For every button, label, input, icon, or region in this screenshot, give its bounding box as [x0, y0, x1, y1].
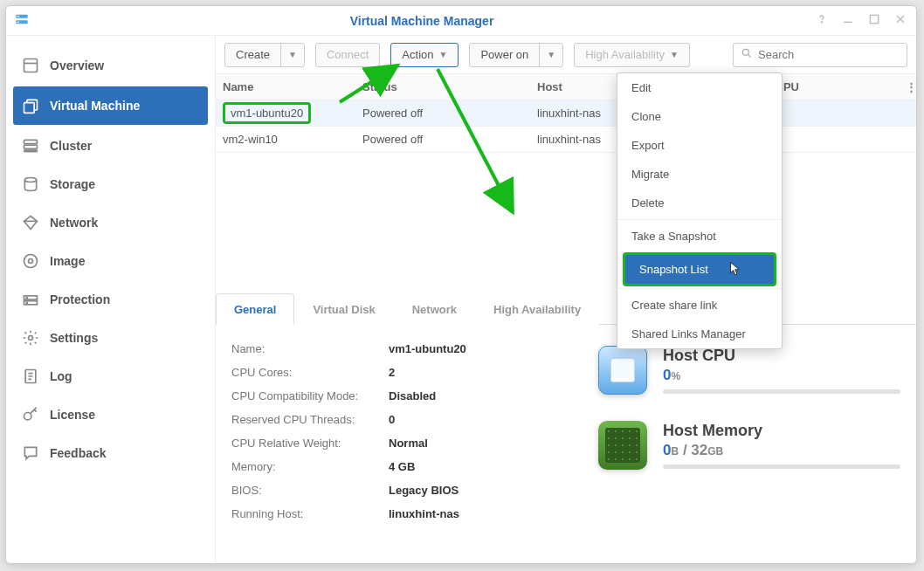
chevron-down-icon[interactable]: ▼	[281, 50, 304, 59]
tab-general[interactable]: General	[216, 293, 294, 325]
help-icon[interactable]	[815, 12, 829, 29]
menu-item-create-share-link[interactable]: Create share link	[617, 291, 782, 320]
maximize-icon[interactable]	[867, 12, 881, 29]
sidebar-item-virtual-machine[interactable]: Virtual Machine	[13, 86, 208, 125]
app-icon	[15, 12, 29, 29]
svg-point-19	[26, 302, 27, 303]
prop-value: 2	[389, 366, 395, 379]
sidebar-item-label: Virtual Machine	[50, 99, 140, 113]
sidebar-item-cluster[interactable]: Cluster	[6, 127, 215, 165]
prop-key: CPU Relative Weight:	[231, 437, 389, 450]
high-availability-button[interactable]: High Availability ▼	[574, 43, 690, 67]
cell-name: vm2-win10	[216, 133, 355, 146]
svg-rect-10	[24, 140, 38, 143]
license-icon	[22, 406, 39, 423]
chevron-down-icon[interactable]: ▼	[540, 50, 562, 59]
menu-item-export[interactable]: Export	[617, 131, 782, 160]
cell-name: vm1-ubuntu20	[216, 102, 355, 124]
close-icon[interactable]	[893, 12, 907, 29]
search-input-wrapper[interactable]	[733, 43, 907, 67]
menu-item-label: Snapshot List	[639, 263, 708, 276]
overview-icon	[22, 57, 39, 74]
prop-value: vm1-ubuntu20	[389, 342, 466, 355]
prop-value: Normal	[389, 437, 428, 450]
sidebar-item-label: Feedback	[50, 446, 107, 460]
action-button[interactable]: Action ▼	[390, 43, 459, 67]
svg-rect-12	[24, 150, 38, 152]
action-button-label: Action	[402, 48, 433, 61]
vm-table: Name Status Host IP Host CPU ⋮ vm1-ubunt…	[216, 74, 916, 153]
col-name[interactable]: Name	[216, 80, 355, 93]
menu-item-delete[interactable]: Delete	[617, 189, 782, 217]
sidebar-item-protection[interactable]: Protection	[6, 280, 215, 319]
col-host[interactable]: Host	[530, 80, 617, 93]
network-icon	[22, 214, 39, 231]
sidebar-item-label: Log	[50, 369, 72, 383]
detail-body: Name:vm1-ubuntu20 CPU Cores:2 CPU Compat…	[216, 325, 916, 526]
settings-icon	[22, 329, 39, 347]
detail-properties: Name:vm1-ubuntu20 CPU Cores:2 CPU Compat…	[231, 337, 581, 526]
search-input[interactable]	[758, 48, 905, 61]
tab-virtual-disk[interactable]: Virtual Disk	[294, 293, 393, 325]
image-icon	[22, 252, 39, 270]
prop-value: 0	[389, 413, 395, 426]
sidebar-item-label: Protection	[50, 292, 110, 306]
metric-bar	[663, 389, 900, 394]
svg-rect-7	[24, 59, 38, 72]
sidebar-item-label: Storage	[50, 177, 95, 191]
power-button[interactable]: Power on ▼	[469, 43, 563, 67]
menu-item-shared-links-manager[interactable]: Shared Links Manager	[617, 320, 782, 348]
sidebar-item-settings[interactable]: Settings	[6, 319, 215, 357]
cell-host: linuxhint-nas	[530, 133, 617, 146]
cell-host: linuxhint-nas	[530, 107, 617, 120]
table-row[interactable]: vm1-ubuntu20 Powered off linuxhint-nas -…	[216, 100, 916, 127]
sidebar-item-feedback[interactable]: Feedback	[6, 434, 215, 472]
sidebar-item-log[interactable]: Log	[6, 357, 215, 396]
sidebar-item-network[interactable]: Network	[6, 203, 215, 242]
vm-icon	[22, 97, 39, 114]
menu-item-migrate[interactable]: Migrate	[617, 160, 782, 189]
sidebar-item-label: Cluster	[50, 139, 92, 153]
protection-icon	[22, 291, 39, 308]
svg-rect-9	[24, 103, 35, 114]
metric-title: Host CPU	[663, 347, 900, 365]
vm-name-highlight: vm1-ubuntu20	[223, 102, 311, 124]
storage-icon	[22, 175, 39, 193]
detail-tabs: General Virtual Disk Network High Availa…	[216, 292, 916, 325]
menu-item-edit[interactable]: Edit	[617, 73, 782, 102]
sidebar-item-overview[interactable]: Overview	[6, 46, 215, 85]
minimize-icon[interactable]	[841, 12, 855, 29]
search-icon	[741, 47, 753, 62]
menu-item-take-snapshot[interactable]: Take a Snapshot	[617, 222, 782, 251]
svg-point-18	[26, 297, 27, 298]
prop-value: 4 GB	[389, 460, 415, 473]
svg-point-22	[24, 413, 31, 420]
sidebar-item-image[interactable]: Image	[6, 242, 215, 280]
svg-point-4	[821, 22, 822, 23]
tab-high-availability[interactable]: High Availability	[475, 293, 599, 325]
menu-separator	[617, 288, 782, 289]
window-title: Virtual Machine Manager	[29, 14, 815, 28]
titlebar: Virtual Machine Manager	[6, 6, 916, 36]
sidebar-item-label: Settings	[50, 331, 98, 345]
tab-network[interactable]: Network	[394, 293, 475, 325]
host-memory-metric: Host Memory 0B / 32GB	[598, 421, 900, 470]
col-status[interactable]: Status	[355, 80, 530, 93]
svg-rect-2	[17, 16, 19, 17]
table-row[interactable]: vm2-win10 Powered off linuxhint-nas - -	[216, 127, 916, 153]
more-columns-icon[interactable]: ⋮	[899, 80, 916, 93]
menu-item-clone[interactable]: Clone	[617, 102, 782, 131]
feedback-icon	[22, 444, 39, 462]
prop-key: Running Host:	[231, 507, 389, 520]
svg-point-15	[29, 259, 33, 264]
create-button[interactable]: Create ▼	[224, 43, 305, 67]
prop-key: Reserved CPU Threads:	[231, 413, 389, 426]
host-cpu-metric: Host CPU 0%	[598, 346, 900, 395]
sidebar-item-storage[interactable]: Storage	[6, 165, 215, 203]
sidebar-item-license[interactable]: License	[6, 396, 215, 434]
svg-point-20	[29, 336, 33, 341]
connect-button[interactable]: Connect	[315, 43, 380, 67]
menu-item-snapshot-list[interactable]: Snapshot List	[623, 252, 776, 286]
prop-key: CPU Compatibility Mode:	[231, 389, 389, 402]
power-button-label: Power on	[470, 43, 540, 67]
